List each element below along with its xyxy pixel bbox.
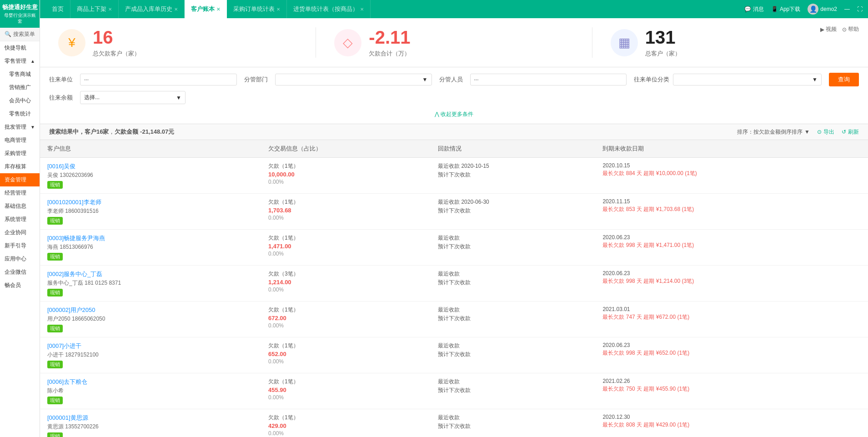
window-maximize-icon[interactable]: ⛶ [857,6,863,12]
tab-product-listing[interactable]: 商品上下架 ✕ [70,0,119,18]
sidebar-item-apps[interactable]: 应用中心 [0,252,40,266]
customer-phone: 黄思源 13552700226 [47,423,254,431]
sidebar-item-member[interactable]: 会员中心 [0,94,40,107]
sidebar-item-retail-stat[interactable]: 零售统计 [0,107,40,121]
sidebar-item-collab[interactable]: 企业协同 [0,226,40,239]
overdue-info: 最长欠款 747 天 超期 ¥672.00 (1笔) [602,313,861,321]
customer-name[interactable]: [0007]小进干 [47,342,254,350]
balance-select[interactable]: 选择... ▼ [80,91,186,104]
message-icon: 💬 [744,6,751,12]
unit-category-label: 往来单位分类 [634,75,669,84]
debt-percent: 0.00% [268,322,423,329]
refresh-button[interactable]: ↺ 刷新 [842,128,859,136]
customer-name[interactable]: [0003]畅捷服务尹海燕 [47,234,254,242]
overdue-link[interactable]: 超期 ¥1,214.00 (3笔) [643,278,694,284]
table-row: [000001]黄思源 黄思源 13552700226 现销 欠款（1笔） 42… [40,409,868,437]
sidebar-item-finance[interactable]: 资金管理 [0,173,40,186]
sort-dropdown[interactable]: 排序：按欠款金额倒序排序 ▼ [737,128,810,136]
window-minimize-icon[interactable]: — [844,6,850,12]
close-icon[interactable]: ✕ [360,7,364,12]
customer-badge: 现销 [47,217,63,225]
query-button[interactable]: 查询 [829,73,859,86]
customer-badge: 现销 [47,397,63,404]
customer-phone: 海燕 18513066976 [47,243,254,251]
table-row: [0002]服务中心_丁磊 服务中心_丁磊 181 0125 8371 现销 欠… [40,266,868,301]
sidebar-item-retail-mgmt[interactable]: 零售管理 ▲ [0,55,40,68]
customer-name[interactable]: [0006]去下粮仓 [47,378,254,386]
overdue-link[interactable]: 超期 ¥1,471.00 (1笔) [643,242,694,248]
customer-phone: 用户2050 18665062050 [47,315,254,323]
dept-select[interactable]: ▼ [275,74,432,85]
chevron-up-icon: ▲ [30,59,35,64]
sidebar-item-operations[interactable]: 经营管理 [0,186,40,200]
help-button[interactable]: ⊙ 帮助 [842,25,859,33]
customer-name[interactable]: [0001020001]李老师 [47,198,254,206]
total-customers-label: 总客户（家） [645,50,681,58]
sidebar-item-newbie[interactable]: 新手引导 [0,239,40,252]
close-icon[interactable]: ✕ [276,7,280,12]
close-icon[interactable]: ✕ [174,7,178,12]
sidebar-item-purchase[interactable]: 采购管理 [0,147,40,160]
sidebar-item-basic-info[interactable]: 基础信息 [0,200,40,213]
sidebar-search[interactable]: 🔍 搜索菜单 [0,28,40,41]
messages-button[interactable]: 💬 消息 [744,5,764,13]
col-debt-info: 欠交易信息（占比） [261,140,431,158]
customer-phone: 李老师 18600391516 [47,207,254,215]
customer-name[interactable]: [000002]用户2050 [47,306,254,314]
sidebar-item-marketing[interactable]: 营销推广 [0,81,40,94]
sidebar-quick-nav[interactable]: 快捷导航 [0,41,40,55]
tab-production-history[interactable]: 产成品入库单历史 ✕ [119,0,185,18]
filter-from-unit: 往来单位 ··· [49,74,237,85]
export-button[interactable]: ⊙ 导出 [817,128,834,136]
customer-phone: 陈小希 [47,387,254,395]
customer-badge: 现销 [47,289,63,296]
table-row: [000002]用户2050 用户2050 18665062050 现销 欠款（… [40,301,868,337]
sidebar-item-wechat[interactable]: 企业微信 [0,266,40,279]
unit-category-select[interactable]: ▼ [673,74,822,85]
overdue-info: 最长欠款 853 天 超期 ¥1,703.68 (1笔) [602,206,861,213]
total-customers-value: 131 [645,27,681,48]
due-date: 2020.10.15 [602,162,861,169]
overdue-link[interactable]: 超期 ¥429.00 (1笔) [643,422,689,428]
customer-name[interactable]: [0002]服务中心_丁磊 [47,270,254,278]
tab-customer-account[interactable]: 客户账本 ✕ [185,0,227,18]
overdue-link[interactable]: 超期 ¥1,703.68 (1笔) [643,206,694,212]
sidebar-item-inventory[interactable]: 库存核算 [0,160,40,173]
overdue-link[interactable]: 超期 ¥455.90 (1笔) [643,386,689,392]
overdue-link[interactable]: 超期 ¥672.00 (1笔) [643,314,689,320]
due-date: 2020.06.23 [602,342,861,348]
sidebar-item-ecom[interactable]: 电商管理 [0,134,40,147]
sidebar-item-batch-mgmt[interactable]: 批发管理 ▼ [0,121,40,134]
latest-collect: 最近收款 [438,306,588,314]
customer-badge: 现销 [47,181,63,189]
quick-nav-label: 快捷导航 [5,44,26,52]
app-download-button[interactable]: 📱 App下载 [771,5,800,13]
from-unit-input[interactable]: ··· [80,74,237,85]
collapse-filters[interactable]: ⋀ 收起更多条件 [49,109,859,120]
next-collect: 预计下次收款 [438,171,588,179]
video-button[interactable]: ▶ 视频 [820,25,837,33]
tab-purchase-order[interactable]: 采购订单统计表 ✕ [227,0,287,18]
sidebar-item-system[interactable]: 系统管理 [0,213,40,226]
user-menu[interactable]: 👤 demo2 [808,4,837,15]
chevron-down-icon: ▼ [176,95,181,101]
latest-collect: 最近收款 2020-06-30 [438,198,588,206]
debt-amount-icon: ◇ [334,29,361,56]
overdue-link[interactable]: 超期 ¥652.00 (1笔) [643,350,689,356]
tab-stock-stat[interactable]: 进货单统计表（按商品） ✕ [287,0,371,18]
customer-name[interactable]: [000001]黄思源 [47,414,254,422]
sidebar-item-retail-mall[interactable]: 零售商城 [0,68,40,81]
manager-input[interactable]: ··· [470,74,627,85]
customer-phone: 吴俊 13026203696 [47,171,254,179]
customer-name[interactable]: [0016]吴俊 [47,162,254,171]
close-icon[interactable]: ✕ [216,7,220,12]
due-date: 2020.12.30 [602,414,861,420]
table-row: [0003]畅捷服务尹海燕 海燕 18513066976 现销 欠款（1笔） 1… [40,230,868,266]
tab-home[interactable]: 首页 [45,0,70,18]
total-customers-icon: ▦ [611,29,638,56]
debt-count: 欠款（1笔） [268,378,423,386]
sidebar-item-vip[interactable]: 畅会员 [0,279,40,292]
overdue-link[interactable]: 超期 ¥10,000.00 (1笔) [643,170,697,176]
close-icon[interactable]: ✕ [108,7,112,12]
due-date: 2021.02.26 [602,378,861,384]
